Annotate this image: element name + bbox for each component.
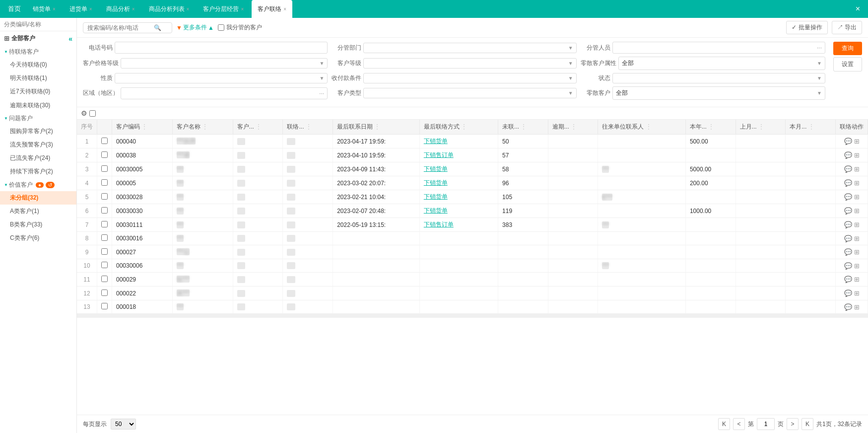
col-code-header[interactable]: 客户编码 ⋮ (112, 120, 173, 135)
nav-tab-customer-contact[interactable]: 客户联络 × (252, 0, 292, 18)
price-level-select[interactable]: ▼ (121, 58, 328, 69)
sidebar-all-customers[interactable]: ⊞ 全部客户 « (0, 31, 76, 46)
contact-way-link[interactable]: 下销售订单 (424, 151, 454, 158)
contact-way-link[interactable]: 下销货单 (424, 193, 448, 200)
nav-tab-sales[interactable]: 销货单 × (27, 0, 62, 18)
cust-level-select[interactable]: ▼ (363, 58, 576, 69)
payment-select[interactable]: ▼ (363, 73, 576, 83)
next-page-btn[interactable]: > (787, 418, 799, 430)
contact-way-link[interactable]: 下销货单 (424, 165, 448, 172)
sidebar-item-7days[interactable]: 近7天待联络(0) (0, 85, 76, 98)
person-more-dots[interactable]: ··· (817, 44, 822, 51)
prev-page-btn[interactable]: < (733, 418, 745, 430)
row-checkbox[interactable] (101, 303, 108, 309)
close-customer-segment-tab[interactable]: × (241, 6, 244, 12)
filter-more-btn[interactable]: ▼ 更多条件 ▲ (176, 23, 214, 32)
sidebar-item-lost[interactable]: 已流失客户(24) (0, 151, 76, 165)
grid-icon[interactable]: ⊞ (854, 221, 860, 228)
grid-icon[interactable]: ⊞ (854, 262, 860, 270)
sidebar-item-abnormal[interactable]: 囤购异常客户(2) (0, 125, 76, 138)
close-purchase-tab[interactable]: × (89, 6, 92, 12)
filter-search-icon[interactable]: 🔍 (154, 24, 161, 31)
phone-input[interactable] (115, 42, 328, 54)
row-checkbox[interactable] (101, 179, 108, 186)
sidebar-item-declining[interactable]: 持续下滑客户(2) (0, 165, 76, 178)
sidebar-group-pending[interactable]: ▼ 待联络客户 (0, 46, 76, 58)
row-checkbox[interactable] (101, 289, 108, 296)
col-last-month-header[interactable]: 上月... ⋮ (735, 120, 786, 135)
sidebar-item-today[interactable]: 今天待联络(0) (0, 58, 76, 72)
region-select[interactable]: ··· (121, 87, 328, 99)
col-last-date-header[interactable]: 最后联系日期 ⋮ (333, 120, 420, 135)
grid-icon[interactable]: ⊞ (854, 303, 860, 311)
row-checkbox[interactable] (101, 234, 108, 241)
nav-tab-product-analysis[interactable]: 商品分析 × (100, 0, 141, 18)
chat-icon[interactable]: 💬 (844, 262, 852, 270)
col-not-contacted-header[interactable]: 未联... ⋮ (498, 120, 548, 135)
sidebar-item-class-b[interactable]: B类客户(33) (0, 218, 76, 231)
col-contact-header[interactable]: 联络... ⋮ (283, 120, 333, 135)
col-last-way-header[interactable]: 最后联络方式 ⋮ (419, 120, 498, 135)
col-this-year-header[interactable]: 本年... ⋮ (685, 120, 735, 135)
chat-icon[interactable]: 💬 (844, 289, 852, 297)
chat-icon[interactable]: 💬 (844, 179, 852, 187)
export-button[interactable]: ↗ 导出 (832, 21, 862, 34)
contact-way-link[interactable]: 下销货单 (424, 138, 448, 144)
last-page-btn[interactable]: K (801, 418, 813, 430)
window-close-button[interactable]: × (852, 4, 864, 13)
person-select[interactable]: ··· (612, 42, 825, 54)
sidebar-item-class-a[interactable]: A类客户(1) (0, 205, 76, 218)
grid-icon[interactable]: ⊞ (854, 235, 860, 242)
sidebar-item-tomorrow[interactable]: 明天待联络(1) (0, 72, 76, 85)
row-checkbox[interactable] (101, 151, 108, 158)
grid-icon[interactable]: ⊞ (854, 138, 860, 145)
grid-icon[interactable]: ⊞ (854, 248, 860, 256)
close-product-list-tab[interactable]: × (187, 6, 190, 12)
first-page-btn[interactable]: K (718, 418, 730, 430)
dept-select[interactable]: ▼ (363, 43, 576, 53)
select-all-checkbox[interactable] (89, 110, 96, 117)
sidebar-search-input[interactable] (4, 21, 77, 28)
row-checkbox[interactable] (101, 193, 108, 200)
filter-my-customers[interactable]: 我分管的客户 (218, 23, 262, 32)
sidebar-item-ungroup[interactable]: 未分组(32) (0, 191, 76, 205)
col-name-header[interactable]: 客户名称 ⋮ (172, 120, 233, 135)
contact-way-link[interactable]: 下销货单 (424, 179, 448, 186)
col-this-month-header[interactable]: 本月... ⋮ (786, 120, 836, 135)
status-select[interactable]: ▼ (612, 73, 825, 83)
sidebar-collapse-btn[interactable]: « (68, 35, 72, 43)
my-customers-checkbox[interactable] (218, 24, 224, 31)
col-type-header[interactable]: 客户... ⋮ (233, 120, 283, 135)
nav-tab-product-list[interactable]: 商品分析列表 × (143, 0, 196, 18)
chat-icon[interactable]: 💬 (844, 138, 852, 145)
sidebar-item-overdue[interactable]: 逾期未联络(30) (0, 99, 76, 112)
row-checkbox[interactable] (101, 262, 108, 268)
col-unit-contact-header[interactable]: 往来单位联系人 ⋮ (598, 120, 686, 135)
sidebar-item-class-c[interactable]: C类客户(6) (0, 231, 76, 245)
chat-icon[interactable]: 💬 (844, 276, 852, 283)
page-input[interactable] (757, 418, 775, 430)
chat-icon[interactable]: 💬 (844, 303, 852, 311)
nature-select[interactable]: ▼ (115, 73, 328, 83)
sidebar-item-warning[interactable]: 流失预警客户(3) (0, 138, 76, 151)
row-checkbox[interactable] (101, 276, 108, 282)
filter-search-input[interactable] (87, 24, 152, 31)
grid-icon[interactable]: ⊞ (854, 165, 860, 173)
sidebar-group-value[interactable]: ▼ 价值客户 ● ↺ (0, 179, 76, 191)
nav-tab-purchase[interactable]: 进货单 × (64, 0, 98, 18)
row-checkbox[interactable] (101, 248, 108, 255)
row-checkbox[interactable] (101, 207, 108, 214)
chat-icon[interactable]: 💬 (844, 151, 852, 159)
contact-way-link[interactable]: 下销售订单 (424, 221, 454, 228)
region-more-dots[interactable]: ··· (319, 90, 324, 97)
grid-icon[interactable]: ⊞ (854, 207, 860, 215)
close-sales-tab[interactable]: × (53, 6, 56, 12)
close-customer-contact-tab[interactable]: × (283, 6, 286, 12)
nav-tab-customer-segment[interactable]: 客户分层经营 × (197, 0, 250, 18)
chat-icon[interactable]: 💬 (844, 193, 852, 201)
sidebar-group-problem[interactable]: ▼ 问题客户 (0, 112, 76, 125)
zero-cust-select[interactable]: 全部 ▼ (612, 86, 825, 100)
col-overdue-header[interactable]: 逾期... ⋮ (548, 120, 598, 135)
reset-button[interactable]: 设置 (833, 57, 862, 72)
refresh-icon[interactable]: ↺ (46, 182, 55, 188)
